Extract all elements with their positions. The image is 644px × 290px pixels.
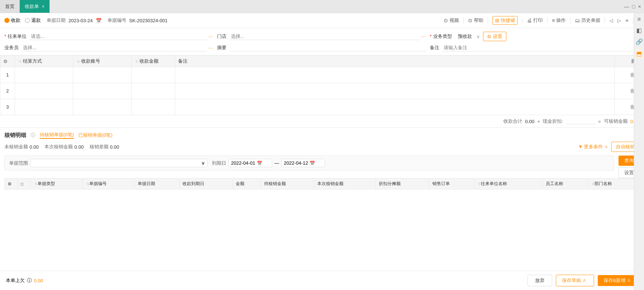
calendar-icon[interactable]: 📅	[96, 18, 102, 23]
filter-row: 单据范围 ∨ 到期日 2022-04-01 📅 — 2022-04-12	[4, 156, 614, 171]
calendar-from-icon: 📅	[257, 161, 262, 166]
table-settings-icon[interactable]: ⚙	[3, 59, 8, 64]
summary-field: 摘要	[217, 44, 427, 51]
radio-receipt[interactable]: 收款	[4, 17, 20, 24]
remark-cell-1[interactable]	[175, 67, 615, 83]
staff-more-icon[interactable]: ···	[207, 45, 214, 51]
summary-input[interactable]	[229, 44, 427, 51]
bt-col-counterpart: ⇅往来单位名称	[474, 179, 543, 189]
settlement-cell-3[interactable]	[15, 99, 73, 115]
discount-input[interactable]	[566, 118, 595, 124]
maximize-icon[interactable]: □	[632, 4, 635, 9]
video-btn[interactable]: ⊙ 视频	[444, 17, 459, 24]
amount-cell-1[interactable]	[131, 67, 175, 83]
divider2	[488, 17, 488, 23]
print-btn[interactable]: 🖨 打印	[527, 17, 543, 24]
video-icon: ⊙	[444, 17, 448, 23]
col-amount-header: ⇅ 收款金额	[131, 56, 175, 67]
operations-btn[interactable]: ≡ 操作	[552, 17, 566, 24]
col-remark-header: 备注	[175, 56, 615, 67]
date-filter: 到期日 2022-04-01 📅 — 2022-04-12 📅	[212, 159, 609, 167]
rp-icon-3[interactable]: 🔗	[636, 38, 643, 45]
footer-info-icon[interactable]: ⓘ	[27, 277, 32, 284]
done-tab[interactable]: 已核销单据(0笔)	[78, 132, 113, 138]
diff-stat: 核销差额 0.00	[90, 144, 119, 150]
rp-icon-1[interactable]: ≡	[637, 16, 641, 23]
counterpart-input[interactable]	[30, 33, 207, 40]
staff-field: 业务员 ···	[4, 44, 214, 51]
summary-row: 收款合计 0.00 + 现金折扣: = 可核销金额 0.00	[0, 115, 644, 128]
doc-date-info: 单据日期 2023-03-24 📅	[47, 17, 102, 24]
store-input[interactable]	[229, 33, 420, 40]
doc-num-info: 单据编号 SK-20230324-001	[107, 17, 168, 24]
history-icon: 🗂	[575, 17, 580, 23]
col-account-header: ⇅ 收款账号	[73, 56, 131, 67]
writeoff-info-icon[interactable]: ⓘ	[31, 132, 35, 138]
current-stat: 本次核销金额 0.00	[44, 144, 83, 150]
tab-close-icon[interactable]: ×	[42, 4, 44, 9]
help-btn[interactable]: ⊙ 帮助	[468, 17, 483, 24]
table-row: 2 🗑 ⧉	[0, 83, 644, 99]
more-conditions-btn[interactable]: ▼ 更多条件 ∧	[578, 144, 608, 150]
bt-col-pending: 待核销金额	[261, 179, 314, 189]
save-new-btn[interactable]: 保存&新增 ∧	[598, 275, 638, 286]
pending-tab[interactable]: 待核销单据(0笔)	[40, 132, 74, 139]
staff-input[interactable]	[21, 44, 207, 51]
radio-receipt-dot	[4, 18, 9, 23]
account-cell-3[interactable]	[73, 99, 131, 115]
window-controls: — □ ×	[624, 4, 644, 9]
remark-input[interactable]	[442, 44, 640, 51]
receipt-refund-toggle: 收款 退款	[4, 17, 41, 24]
footer-info: 本单上欠 ⓘ 0.00	[6, 277, 43, 284]
remark-cell-3[interactable]	[175, 99, 615, 115]
tab-receipt[interactable]: 收款单 ×	[20, 0, 50, 13]
radio-refund[interactable]: 退款	[25, 17, 41, 24]
nav-next-icon[interactable]: ▷	[617, 18, 621, 23]
save-draft-btn[interactable]: 保存草稿 ∧	[556, 275, 594, 286]
col-settlement-header: ⇅ 结算方式	[15, 56, 73, 67]
shortcuts-btn[interactable]: ⊞ 快捷键	[492, 16, 518, 25]
range-select[interactable]: ∨	[30, 159, 208, 167]
amount-cell-2[interactable]	[131, 83, 175, 99]
bt-col-staff: 员工名称	[543, 179, 588, 189]
divider	[463, 17, 464, 23]
shortcuts-icon: ⊞	[495, 17, 499, 23]
tab-home[interactable]: 首页	[0, 0, 20, 13]
remark-field: 备注	[430, 44, 640, 51]
counterpart-field: 往来单位 ···	[4, 33, 214, 40]
discard-btn[interactable]: 放弃	[527, 275, 552, 286]
unverified-stat: 未核销金额 0.00	[4, 144, 39, 150]
biz-type-dropdown-icon[interactable]: ∨	[476, 34, 480, 39]
col-settings-header[interactable]: ⚙	[0, 56, 15, 67]
remark-cell-2[interactable]	[175, 83, 615, 99]
table-section: ⚙ ⇅ 结算方式 ⇅ 收款账号 ⇅ 收款金额 备注 操作	[0, 55, 644, 115]
rp-icon-4[interactable]: ⬒	[635, 50, 643, 58]
close-icon[interactable]: ×	[638, 4, 641, 9]
gear-icon: ⚙	[487, 34, 491, 39]
date-to-input[interactable]: 2022-04-12 📅	[281, 159, 325, 167]
history-btn[interactable]: 🗂 历史单据	[575, 17, 600, 24]
store-more-icon[interactable]: ···	[420, 34, 427, 39]
bt-col-settings[interactable]: ⚙	[5, 179, 18, 189]
account-cell-2[interactable]	[73, 83, 131, 99]
settlement-cell-2[interactable]	[15, 83, 73, 99]
bt-col-check[interactable]: □	[18, 179, 31, 189]
table-row: 3 🗑 ⧉	[0, 99, 644, 115]
list-view-icon[interactable]: ≡	[625, 18, 628, 23]
store-field: 门店 ···	[217, 33, 427, 40]
writeoff-actions: ▼ 更多条件 ∧ 自动核销	[578, 142, 640, 152]
biz-type-field: 业务类型 预收款 ∨ ⚙ 设置	[430, 32, 640, 41]
form-settings-btn[interactable]: ⚙ 设置	[483, 32, 506, 41]
range-dropdown-icon: ∨	[201, 160, 205, 166]
bt-col-doc-date: 单据日期	[134, 179, 179, 189]
bt-col-discount: 折扣分摊额	[376, 179, 429, 189]
counterpart-more-icon[interactable]: ···	[207, 34, 214, 39]
minimize-icon[interactable]: —	[624, 4, 629, 9]
date-from-input[interactable]: 2022-04-01 📅	[228, 159, 272, 167]
main-content: 收款 退款 单据日期 2023-03-24 📅 单据编号 SK-20230324…	[0, 13, 644, 290]
nav-prev-icon[interactable]: ◁	[609, 18, 613, 23]
settlement-cell-1[interactable]	[15, 67, 73, 83]
rp-icon-2[interactable]: ◧	[636, 27, 642, 34]
amount-cell-3[interactable]	[131, 99, 175, 115]
account-cell-1[interactable]	[73, 67, 131, 83]
